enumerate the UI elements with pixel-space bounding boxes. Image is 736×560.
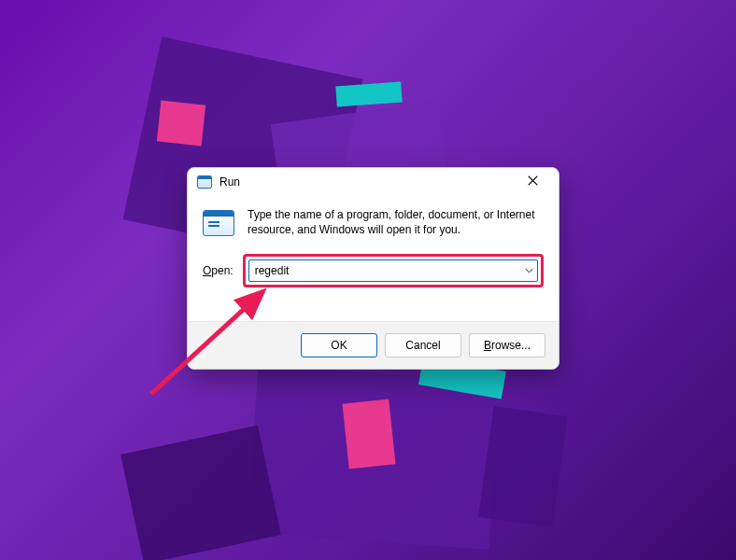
window-title: Run [219,175,240,189]
dialog-description: Type the name of a program, folder, docu… [248,207,544,237]
open-input[interactable] [249,264,520,277]
open-label: Open: [203,264,234,277]
ok-button[interactable]: OK [301,333,377,357]
chevron-down-icon[interactable] [520,268,537,273]
run-dialog: Run Type the name of a program, folder, … [187,167,559,370]
close-icon [528,175,538,189]
run-large-icon [203,210,234,236]
dialog-body: Type the name of a program, folder, docu… [188,196,559,321]
cancel-button[interactable]: Cancel [385,333,461,357]
dialog-footer: OK Cancel Browse... [188,321,559,369]
close-button[interactable] [512,169,553,195]
browse-button[interactable]: Browse... [469,333,545,357]
titlebar[interactable]: Run [188,168,559,196]
open-combobox[interactable] [248,259,538,282]
run-app-icon [197,175,212,189]
annotation-highlight [243,254,544,287]
